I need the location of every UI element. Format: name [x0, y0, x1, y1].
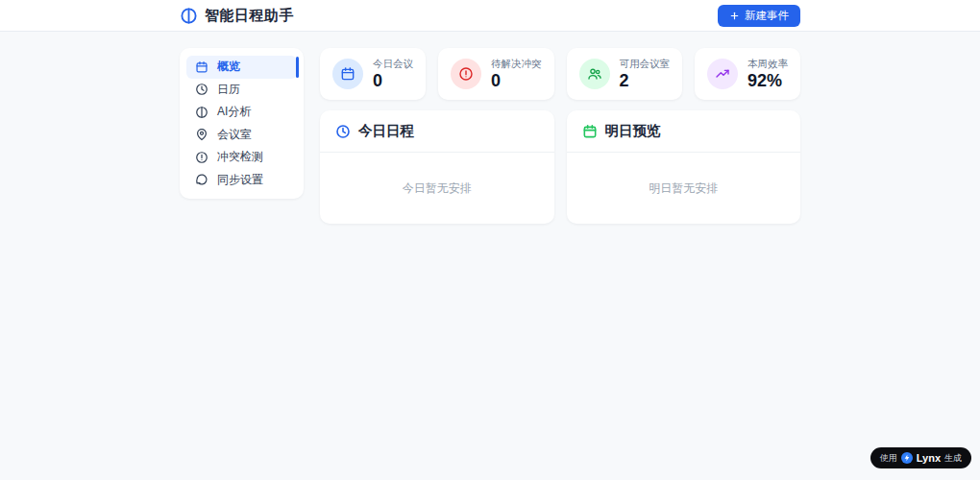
top-header: 智能日程助手 新建事件 — [0, 0, 980, 32]
panel-title: 明日预览 — [605, 122, 661, 140]
stat-value: 2 — [620, 72, 671, 90]
app-brand: 智能日程助手 — [180, 7, 294, 25]
stat-label: 今日会议 — [373, 58, 413, 71]
sync-icon — [195, 173, 208, 186]
badge-brand: Lynx — [917, 452, 941, 464]
stats-row: 今日会议 0 待解决冲突 0 — [320, 48, 800, 100]
made-with-lynx-badge[interactable]: 使用 Lynx 生成 — [870, 447, 971, 468]
stat-card-today-meetings: 今日会议 0 — [320, 48, 426, 100]
stat-card-available-rooms: 可用会议室 2 — [567, 48, 683, 100]
stat-label: 待解决冲突 — [491, 58, 542, 71]
stat-card-pending-conflicts: 待解决冲突 0 — [438, 48, 554, 100]
sidebar-item-sync-settings[interactable]: 同步设置 — [186, 169, 297, 192]
alert-circle-icon — [195, 151, 208, 164]
new-event-button-label: 新建事件 — [745, 9, 789, 23]
users-icon — [579, 59, 610, 89]
sidebar-item-label: 日历 — [217, 82, 240, 98]
app-title: 智能日程助手 — [205, 7, 294, 25]
stat-value: 92% — [747, 72, 788, 90]
sidebar-item-label: 概览 — [217, 59, 240, 75]
stat-label: 可用会议室 — [620, 58, 671, 71]
trend-up-icon — [707, 59, 738, 89]
clock-icon — [335, 124, 351, 139]
badge-prefix: 使用 — [880, 452, 897, 465]
stat-value: 0 — [491, 72, 542, 90]
panel-title: 今日日程 — [358, 122, 414, 140]
stat-card-week-efficiency: 本周效率 92% — [695, 48, 800, 100]
calendar-icon — [332, 59, 363, 89]
sidebar-item-overview[interactable]: 概览 — [186, 56, 297, 79]
app-logo-icon — [180, 7, 198, 25]
sidebar-item-meeting-rooms[interactable]: 会议室 — [186, 124, 297, 147]
tomorrow-preview-panel: 明日预览 明日暂无安排 — [567, 110, 801, 224]
panels-row: 今日日程 今日暂无安排 明日预览 明日暂无安排 — [320, 110, 800, 224]
empty-state-text: 今日暂无安排 — [403, 180, 472, 197]
content-area: 概览 日历 AI分析 — [180, 48, 800, 224]
calendar-icon — [582, 124, 598, 139]
ai-circle-icon — [195, 106, 208, 119]
sidebar: 概览 日历 AI分析 — [180, 48, 304, 199]
panel-header: 今日日程 — [320, 110, 554, 153]
main-content: 今日会议 0 待解决冲突 0 — [320, 48, 800, 224]
alert-icon — [451, 59, 481, 89]
panel-header: 明日预览 — [567, 110, 801, 153]
sidebar-item-label: AI分析 — [217, 104, 251, 120]
plus-icon — [729, 11, 740, 21]
panel-body: 今日暂无安排 — [320, 153, 554, 224]
map-pin-icon — [195, 128, 208, 141]
sidebar-item-label: 冲突检测 — [217, 149, 263, 165]
lynx-logo-icon — [901, 452, 913, 464]
badge-suffix: 生成 — [944, 452, 962, 465]
new-event-button[interactable]: 新建事件 — [718, 5, 800, 27]
sidebar-item-conflict-detection[interactable]: 冲突检测 — [186, 146, 297, 169]
active-indicator — [296, 57, 299, 78]
sidebar-item-calendar[interactable]: 日历 — [186, 79, 297, 102]
stat-value: 0 — [373, 72, 413, 90]
calendar-icon — [195, 60, 208, 74]
sidebar-item-ai-analysis[interactable]: AI分析 — [186, 101, 297, 124]
today-schedule-panel: 今日日程 今日暂无安排 — [320, 110, 554, 224]
panel-body: 明日暂无安排 — [567, 153, 801, 224]
stat-label: 本周效率 — [747, 58, 788, 71]
clock-icon — [195, 83, 208, 96]
empty-state-text: 明日暂无安排 — [649, 180, 718, 197]
sidebar-item-label: 同步设置 — [217, 172, 263, 188]
sidebar-item-label: 会议室 — [217, 127, 252, 143]
